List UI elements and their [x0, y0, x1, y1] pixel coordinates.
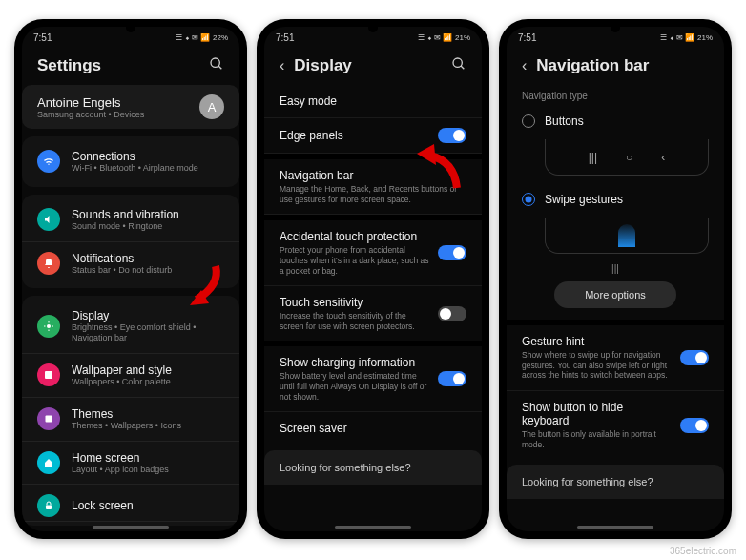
home-icon	[37, 451, 60, 474]
row-gesture-hint[interactable]: Gesture hintShow where to swipe up for n…	[507, 325, 724, 391]
sound-icon	[37, 208, 60, 231]
account-name: Antoine Engels	[37, 95, 144, 110]
wifi-icon	[37, 150, 60, 173]
image-icon	[37, 363, 60, 386]
radio-checked-icon	[522, 193, 535, 206]
gesture-handle-icon	[618, 224, 635, 247]
svg-point-0	[211, 58, 219, 67]
toggle-accidental[interactable]	[438, 245, 466, 260]
settings-item-wallpaper[interactable]: Wallpaper and styleWallpapers • Color pa…	[22, 354, 239, 398]
screen-1: 7:51 ☰ ⬥ ✉ 📶 22% Settings Antoine Engels…	[22, 27, 239, 531]
row-edge-panels[interactable]: Edge panels	[264, 118, 482, 154]
recents-icon: |||	[589, 151, 597, 164]
footer-prompt[interactable]: Looking for something else?	[507, 465, 724, 499]
gestures-preview	[545, 218, 709, 254]
row-touch-sensitivity[interactable]: Touch sensitivityIncrease the touch sens…	[264, 286, 482, 341]
row-accidental-touch[interactable]: Accidental touch protectionProtect your …	[264, 220, 482, 286]
account-sub: Samsung account • Devices	[37, 110, 144, 119]
settings-item-connections[interactable]: ConnectionsWi-Fi • Bluetooth • Airplane …	[22, 140, 239, 183]
settings-item-display[interactable]: DisplayBrightness • Eye comfort shield •…	[22, 300, 239, 354]
radio-label-gestures: Swipe gestures	[545, 193, 623, 206]
more-options-button[interactable]: More options	[554, 281, 676, 308]
phone-frame-1: 7:51 ☰ ⬥ ✉ 📶 22% Settings Antoine Engels…	[14, 19, 247, 539]
back-icon: ‹	[661, 151, 665, 164]
back-icon[interactable]: ‹	[522, 57, 527, 74]
account-info: Antoine Engels Samsung account • Devices	[37, 95, 144, 119]
avatar[interactable]: A	[199, 94, 224, 119]
sun-icon	[37, 315, 60, 338]
page-title: Settings	[37, 56, 101, 75]
footer-prompt[interactable]: Looking for something else?	[264, 450, 482, 485]
toggle-hide-keyboard[interactable]	[680, 418, 709, 433]
screen-2: 7:51 ☰ ⬥ ✉ 📶 21% ‹ Display Easy mode Edg…	[264, 27, 482, 531]
toggle-edge-panels[interactable]	[438, 128, 466, 143]
lock-icon	[37, 494, 60, 517]
settings-group-1: ConnectionsWi-Fi • Bluetooth • Airplane …	[22, 136, 239, 187]
status-time: 7:51	[33, 32, 52, 43]
home-indicator	[577, 526, 653, 529]
phone-frame-3: 7:51 ☰ ⬥ ✉ 📶 21% ‹ Navigation bar Naviga…	[499, 19, 732, 539]
section-label: Navigation type	[507, 85, 724, 107]
page-title: Navigation bar	[536, 56, 649, 75]
svg-rect-9	[46, 506, 52, 510]
svg-line-11	[461, 66, 464, 69]
svg-rect-7	[45, 371, 52, 379]
theme-icon	[37, 407, 60, 430]
radio-gestures-option[interactable]: Swipe gestures	[507, 185, 724, 214]
display-header: ‹ Display	[264, 45, 482, 85]
svg-rect-8	[46, 416, 52, 423]
svg-line-1	[218, 66, 221, 69]
navbar-header: ‹ Navigation bar	[507, 45, 724, 85]
search-icon[interactable]	[209, 56, 224, 75]
row-hide-keyboard[interactable]: Show button to hide keyboardThe button i…	[507, 391, 724, 459]
account-card[interactable]: Antoine Engels Samsung account • Devices…	[22, 85, 239, 129]
screen-3: 7:51 ☰ ⬥ ✉ 📶 21% ‹ Navigation bar Naviga…	[507, 27, 724, 531]
camera-notch	[611, 23, 620, 32]
radio-label-buttons: Buttons	[545, 114, 584, 128]
row-easy-mode[interactable]: Easy mode	[264, 85, 482, 118]
back-icon[interactable]: ‹	[280, 57, 284, 74]
toggle-sensitivity[interactable]	[438, 306, 466, 321]
settings-item-sounds[interactable]: Sounds and vibrationSound mode • Rington…	[22, 198, 239, 242]
home-icon: ○	[626, 151, 632, 164]
settings-group-2: Sounds and vibrationSound mode • Rington…	[22, 195, 239, 289]
status-right-icons: ☰ ⬥ ✉ 📶 21%	[660, 33, 713, 42]
home-indicator	[93, 526, 169, 529]
toggle-charging[interactable]	[438, 371, 466, 386]
status-time: 7:51	[518, 32, 536, 43]
search-icon[interactable]	[451, 56, 466, 75]
radio-buttons-option[interactable]: Buttons	[507, 107, 724, 135]
page-title: Display	[294, 56, 351, 75]
svg-point-2	[47, 324, 51, 328]
settings-item-notifications[interactable]: NotificationsStatus bar • Do not disturb	[22, 242, 239, 285]
settings-item-lock[interactable]: Lock screen	[22, 485, 239, 522]
row-charging-info[interactable]: Show charging informationShow battery le…	[264, 346, 482, 412]
row-navigation-bar[interactable]: Navigation barManage the Home, Back, and…	[264, 154, 482, 215]
camera-notch	[368, 23, 378, 32]
settings-group-3: DisplayBrightness • Eye comfort shield •…	[22, 296, 239, 526]
buttons-preview: ||| ○ ‹	[545, 139, 709, 176]
svg-point-10	[453, 58, 462, 67]
phone-frame-2: 7:51 ☰ ⬥ ✉ 📶 21% ‹ Display Easy mode Edg…	[257, 19, 489, 539]
status-time: 7:51	[276, 32, 294, 43]
home-indicator	[335, 526, 411, 529]
camera-notch	[126, 23, 135, 32]
radio-unchecked-icon	[522, 114, 535, 128]
settings-item-home[interactable]: Home screenLayout • App icon badges	[22, 442, 239, 486]
status-right-icons: ☰ ⬥ ✉ 📶 21%	[418, 33, 470, 42]
settings-header: Settings	[22, 45, 239, 85]
toggle-gesture-hint[interactable]	[680, 350, 709, 365]
gesture-hint-bar: |||	[507, 263, 724, 274]
watermark: 365electric.com	[670, 546, 736, 556]
bell-icon	[37, 252, 60, 275]
row-screen-saver[interactable]: Screen saver	[264, 412, 482, 445]
settings-item-themes[interactable]: ThemesThemes • Wallpapers • Icons	[22, 398, 239, 442]
status-right-icons: ☰ ⬥ ✉ 📶 22%	[176, 33, 228, 42]
